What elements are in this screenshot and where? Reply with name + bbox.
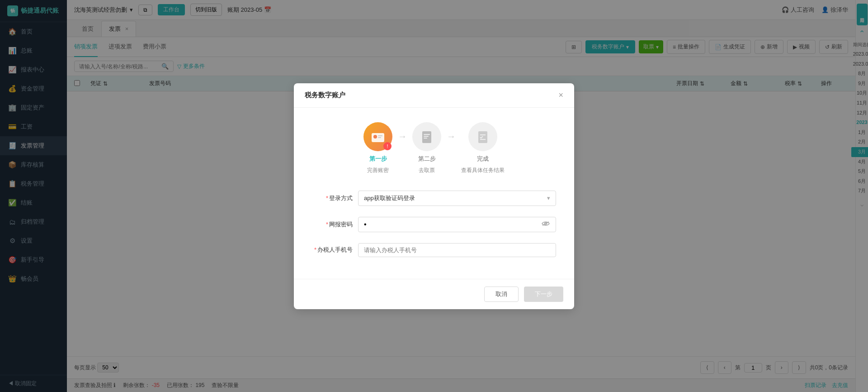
toggle-password-icon[interactable] xyxy=(541,221,550,228)
phone-input[interactable] xyxy=(358,243,556,257)
password-field[interactable]: • xyxy=(358,217,556,232)
step-1: ! 第一步 完善账密 xyxy=(363,122,392,174)
step-arrow-1: → xyxy=(398,131,407,142)
step-2-label: 第二步 xyxy=(418,155,436,163)
svg-rect-6 xyxy=(424,136,429,137)
login-method-row: 登录方式 app获取验证码登录 ▾ xyxy=(312,191,556,206)
password-dot: • xyxy=(364,220,368,229)
step-2: 第二步 去取票 xyxy=(412,122,441,174)
password-label: 网报密码 xyxy=(312,220,353,229)
tax-digital-modal: 税务数字账户 × ! 第一步 xyxy=(294,83,574,309)
step-3-desc: 查看具体任务结果 xyxy=(461,167,505,174)
login-method-select[interactable]: app获取验证码登录 ▾ xyxy=(358,191,556,206)
svg-rect-8 xyxy=(478,131,487,143)
modal-body: ! 第一步 完善账密 → 第 xyxy=(294,108,574,279)
phone-label: 办税人手机号 xyxy=(312,246,353,254)
cancel-btn[interactable]: 取消 xyxy=(484,287,519,302)
step-1-icon: ! xyxy=(363,122,392,151)
step-2-desc: 去取票 xyxy=(419,167,435,174)
document-icon xyxy=(420,129,434,144)
steps-indicator: ! 第一步 完善账密 → 第 xyxy=(312,122,556,174)
modal-footer: 取消 下一步 xyxy=(294,279,574,309)
login-method-value: app获取验证码登录 xyxy=(364,194,415,202)
modal-header: 税务数字账户 × xyxy=(294,83,574,108)
step-3-label: 完成 xyxy=(477,155,489,163)
step-1-desc: 完善账密 xyxy=(367,167,389,174)
step-2-icon xyxy=(412,122,441,151)
svg-rect-3 xyxy=(378,137,381,138)
login-method-arrow-icon: ▾ xyxy=(547,195,550,201)
svg-point-1 xyxy=(373,135,377,139)
svg-rect-5 xyxy=(424,134,430,135)
svg-rect-4 xyxy=(422,131,431,143)
step-arrow-2: → xyxy=(447,131,456,142)
login-method-label: 登录方式 xyxy=(312,194,353,202)
step-1-error-badge: ! xyxy=(383,142,392,150)
id-card-icon xyxy=(371,129,385,144)
step-1-label: 第一步 xyxy=(369,155,387,163)
svg-rect-7 xyxy=(424,138,427,139)
modal-title: 税务数字账户 xyxy=(305,91,345,100)
modal-close-btn[interactable]: × xyxy=(558,91,563,100)
step-3-icon xyxy=(468,122,497,151)
phone-row: 办税人手机号 xyxy=(312,243,556,257)
svg-rect-2 xyxy=(378,135,382,136)
step-3: 完成 查看具体任务结果 xyxy=(461,122,505,174)
password-row: 网报密码 • xyxy=(312,217,556,232)
modal-overlay: 税务数字账户 × ! 第一步 xyxy=(0,0,868,392)
checklist-icon xyxy=(476,129,490,144)
next-btn[interactable]: 下一步 xyxy=(524,287,563,302)
